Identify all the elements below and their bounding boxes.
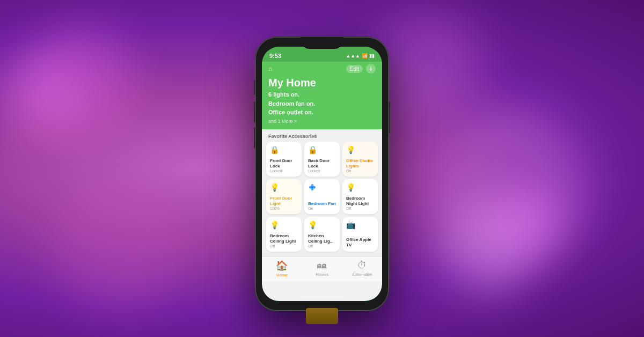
home-indicator (301, 296, 343, 298)
tile-name: Kitchen Ceiling Lig... (308, 233, 336, 244)
tab-label: Home (276, 273, 287, 277)
tab-icon: 🏠 (276, 260, 288, 272)
tile-name: Bedroom Fan (308, 201, 336, 207)
mute-button (254, 80, 255, 95)
tile-name: Office Studio Lights (346, 158, 374, 169)
tile-status: On (346, 169, 374, 173)
accessory-tile[interactable]: 💡 Front Door Light 100% (266, 179, 302, 214)
light-icon: 💡 (270, 221, 298, 229)
status-bar: 9:53 ▲▲▲ 📶 ▮▮ (262, 47, 382, 62)
phone-frame: 9:53 ▲▲▲ 📶 ▮▮ ⌂ Edit + My Home (255, 37, 389, 311)
lock-icon: 🔒 (308, 145, 336, 154)
phone-stand (306, 308, 338, 324)
home-nav-icon[interactable]: ⌂ (268, 65, 272, 72)
tab-item-rooms[interactable]: 🏘 Rooms (302, 260, 342, 277)
home-header: ⌂ Edit + My Home 6 lights on. Bedroom fa… (262, 62, 382, 129)
home-title: My Home (268, 77, 376, 89)
status-time: 9:53 (269, 53, 281, 59)
tile-name: Back Door Lock (308, 158, 336, 169)
accessory-tile[interactable]: 🔒 Back Door Lock Locked (304, 142, 340, 177)
accessory-tile[interactable]: Bedroom Fan On (304, 179, 340, 214)
tile-status: Locked (270, 169, 298, 173)
tile-status: Off (346, 207, 374, 210)
tab-item-home[interactable]: 🏠 Home (262, 260, 302, 277)
tile-status: On (308, 207, 336, 210)
add-button[interactable]: + (366, 64, 376, 74)
tab-item-automation[interactable]: ⏱ Automation (342, 260, 382, 277)
tile-status: Off (308, 244, 336, 248)
accessories-section: Favorite Accessories 🔒 Front Door Lock L… (262, 129, 382, 302)
tab-icon: ⏱ (357, 260, 367, 271)
lock-icon: 🔒 (270, 145, 298, 154)
signal-icon: ▲▲▲ (346, 53, 360, 58)
tile-name: Front Door Light (270, 196, 298, 206)
light-icon: 💡 (270, 183, 298, 192)
tab-bar: 🏠 Home 🏘 Rooms ⏱ Automation (262, 256, 382, 282)
tile-name: Front Door Lock (270, 158, 298, 169)
tab-label: Rooms (316, 272, 328, 277)
power-button (389, 101, 390, 134)
accessories-grid: 🔒 Front Door Lock Locked 🔒 Back Door Loc… (262, 142, 382, 256)
light-icon: 💡 (346, 183, 374, 192)
tab-icon: 🏘 (317, 260, 327, 271)
fan-icon (308, 183, 336, 194)
header-nav: ⌂ Edit + (268, 64, 376, 74)
wifi-icon: 📶 (362, 53, 368, 58)
home-status: 6 lights on. Bedroom fan on. Office outl… (268, 90, 376, 117)
edit-button[interactable]: Edit (346, 65, 363, 73)
tv-icon: 📺 (346, 221, 374, 229)
accessory-tile[interactable]: 💡 Office Studio Lights On (342, 142, 378, 177)
header-buttons: Edit + (346, 64, 376, 74)
accessory-tile[interactable]: 💡 Bedroom Night Light Off (342, 179, 378, 214)
light-icon: 💡 (308, 221, 336, 229)
notch (301, 37, 343, 49)
tile-name: Bedroom Night Light (346, 196, 374, 206)
accessory-tile[interactable]: 📺 Office Apple TV (342, 217, 378, 252)
tile-status: Off (270, 244, 298, 248)
accessories-label: Favorite Accessories (262, 129, 382, 142)
status-line2: Bedroom fan on. (268, 100, 315, 107)
phone-screen: 9:53 ▲▲▲ 📶 ▮▮ ⌂ Edit + My Home (262, 47, 382, 301)
light-icon: 💡 (346, 145, 374, 154)
home-more-link[interactable]: and 1 More > (268, 119, 376, 124)
tile-name: Office Apple TV (346, 237, 374, 247)
tab-label: Automation (352, 272, 372, 277)
tile-name: Bedroom Ceiling Light (270, 233, 298, 244)
volume-up-button (254, 101, 255, 123)
status-icons: ▲▲▲ 📶 ▮▮ (346, 53, 375, 58)
tile-status: Locked (308, 169, 336, 173)
accessory-tile[interactable]: 💡 Bedroom Ceiling Light Off (266, 217, 302, 252)
battery-icon: ▮▮ (369, 53, 375, 58)
status-line3: Office outlet on. (268, 109, 313, 115)
volume-down-button (254, 127, 255, 149)
accessory-tile[interactable]: 🔒 Front Door Lock Locked (266, 142, 302, 177)
status-line1: 6 lights on. (268, 91, 299, 98)
tile-status: 100% (270, 207, 298, 210)
accessory-tile[interactable]: 💡 Kitchen Ceiling Lig... Off (304, 217, 340, 252)
